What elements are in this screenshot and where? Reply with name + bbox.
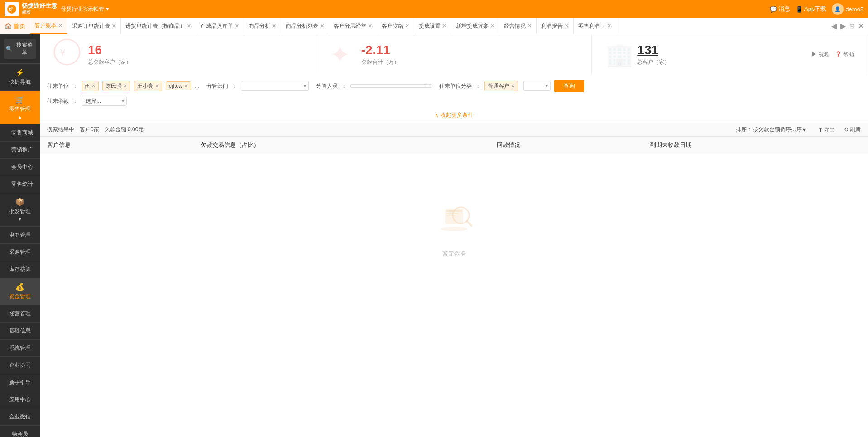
tab-expand-icon[interactable]: ⊞ [848,23,856,29]
video-label: 视频 [819,51,830,57]
dept-select[interactable] [241,81,309,91]
tab-customer-account[interactable]: 客户账本 ✕ [30,18,67,34]
tab-operations[interactable]: 经营情况 ✕ [499,18,537,34]
tab-retail-profit-label: 零售利润（ [578,22,605,30]
sidebar-item-enterprise[interactable]: 企业协同 [0,357,40,374]
filter-tag-normal-customer-close[interactable]: ✕ [511,83,515,89]
sidebar-item-basic-info[interactable]: 基础信息 [0,323,40,340]
tab-retail-profit[interactable]: 零售利润（ ✕ [574,18,616,34]
search-icon: 🔍 [6,46,13,52]
sidebar-item-retail-stats[interactable]: 零售统计 [0,176,40,193]
filter-tag-cjttcw-close[interactable]: ✕ [184,83,188,89]
collapse-button[interactable]: ∧ 收起更多条件 [47,109,861,123]
tab-purchase-order-stats[interactable]: 采购订单统计表 ✕ [67,18,121,34]
help-icon: ❓ [835,51,842,57]
filter-tag-chen-text: 陈民强 [106,82,122,90]
app-download-btn[interactable]: 📱 App下载 [796,5,826,13]
stats-row: ¥ 16 总欠款客户（家） ✦ -2.11 欠款合计（万） 🏢 [40,34,868,75]
sidebar-item-retail[interactable]: 🛒 零售管理 ▲ [0,91,40,124]
tab-home[interactable]: 🏠 首页 [0,18,30,34]
filter-tag-wu-close[interactable]: ✕ [91,83,96,89]
tab-close-all-icon[interactable]: ✕ [857,22,865,30]
tab-profit-report-close[interactable]: ✕ [565,23,569,29]
sidebar-item-retail-mall[interactable]: 零售商城 [0,124,40,142]
tab-product-entry-close[interactable]: ✕ [235,23,239,29]
search-menu-label: 搜索菜单 [14,41,34,57]
tab-customer-segment[interactable]: 客户分层经营 ✕ [329,18,377,34]
logo-icon: 好 [5,2,19,16]
person-input-dots[interactable]: ··· [425,84,429,89]
tab-next-icon[interactable]: ▶ [839,22,847,30]
sidebar-item-app-center[interactable]: 应用中心 [0,391,40,408]
balance-select[interactable]: 选择... [82,96,127,106]
person-input-wrap[interactable]: ··· [350,84,432,88]
sidebar-item-finance[interactable]: 💰 资金管理 [0,278,40,305]
sidebar-item-wholesale[interactable]: 📦 批发管理 ▼ [0,193,40,227]
sidebar-item-quick-nav-label: 快捷导航 [9,78,31,86]
message-icon: 💬 [770,6,777,13]
sidebar-item-wholesale-label: 批发管理 [9,208,31,215]
sidebar-item-member[interactable]: 会员中心 [0,159,40,176]
tab-retail-profit-close[interactable]: ✕ [607,23,611,29]
svg-text:¥: ¥ [60,48,66,57]
sidebar-item-new-guide-label: 新手引导 [9,379,31,386]
stat-credit-amount-body: -2.11 欠款合计（万） [361,43,399,66]
sidebar-item-ecommerce[interactable]: 电商管理 [0,227,40,244]
tab-customer-account-close[interactable]: ✕ [58,23,62,28]
tab-customer-contact-close[interactable]: ✕ [405,23,409,29]
tab-reminder-settings[interactable]: 提成设置 ✕ [414,18,451,34]
video-btn[interactable]: ▶ 视频 [811,51,829,58]
tab-incoming-stats-close[interactable]: ✕ [187,23,191,29]
sidebar-item-vip-member[interactable]: 畅会员 [0,426,40,437]
account-dropdown[interactable]: 母婴行业演示帐套 ▾ [61,5,109,13]
user-avatar-area[interactable]: 👤 demo2 [832,3,863,15]
help-label: 帮助 [843,51,854,57]
tab-new-reminder-close[interactable]: ✕ [490,23,494,29]
sidebar-item-marketing[interactable]: 营销推广 [0,142,40,159]
sidebar-item-system-label: 系统管理 [9,344,31,352]
tab-prev-icon[interactable]: ◀ [830,22,838,30]
tab-purchase-order-stats-close[interactable]: ✕ [112,23,116,29]
sidebar-item-system[interactable]: 系统管理 [0,340,40,357]
export-button[interactable]: ⬆ 导出 [818,126,835,133]
unit-class-select[interactable] [523,81,551,91]
filter-tag-wang-close[interactable]: ✕ [155,83,159,89]
sidebar-item-inventory[interactable]: 库存核算 [0,261,40,278]
tab-product-analysis-close[interactable]: ✕ [272,23,276,29]
balance-filter-label: 往来余额 [47,97,69,105]
stat-total-customers: 🏢 131 总客户（家） ▶ 视频 ❓ 帮助 [592,34,868,75]
sidebar-item-purchase[interactable]: 采购管理 [0,244,40,261]
help-btn[interactable]: ❓ 帮助 [835,51,854,58]
unit-filter-label: 往来单位 [47,82,69,90]
query-button[interactable]: 查询 [554,80,584,92]
sidebar-search-area: 🔍 搜索菜单 [0,34,40,64]
tab-reminder-settings-close[interactable]: ✕ [442,23,446,29]
sidebar-item-new-guide[interactable]: 新手引导 [0,374,40,391]
tab-reminder-settings-label: 提成设置 [419,22,441,30]
empty-icon [432,190,477,244]
tab-product-analysis-list[interactable]: 商品分析列表 ✕ [281,18,329,34]
filter-more-units[interactable]: ... [195,83,199,89]
tab-customer-contact[interactable]: 客户联络 ✕ [377,18,414,34]
tab-profit-report[interactable]: 利润报告 ✕ [537,18,574,34]
sidebar-item-enterprise-wechat[interactable]: 企业微信 [0,408,40,426]
sidebar-item-operations-mgmt[interactable]: 经营管理 [0,305,40,323]
filter-tag-chen-close[interactable]: ✕ [123,83,127,89]
sidebar-item-quick-nav[interactable]: ⚡ 快捷导航 [0,64,40,91]
sort-select[interactable]: 排序： 按欠款金额倒序排序 ▾ [736,126,806,133]
refresh-button[interactable]: ↻ 刷新 [844,126,861,133]
tab-incoming-stats[interactable]: 进货单统计表（按商品） ✕ [121,18,196,34]
message-btn[interactable]: 💬 消息 [770,5,790,13]
sidebar-item-finance-label: 资金管理 [9,293,31,300]
tab-customer-segment-close[interactable]: ✕ [368,23,372,29]
search-menu-button[interactable]: 🔍 搜索菜单 [4,39,36,59]
svg-rect-8 [446,215,456,216]
tab-product-analysis-list-close[interactable]: ✕ [320,23,324,29]
tab-product-analysis[interactable]: 商品分析 ✕ [244,18,281,34]
tab-operations-close[interactable]: ✕ [528,23,532,29]
tab-new-reminder[interactable]: 新增提成方案 ✕ [451,18,499,34]
tab-product-entry[interactable]: 产成品入库单 ✕ [196,18,244,34]
unit-class-select-wrap: ▾ [523,81,551,91]
stat-credit-amount: ✦ -2.11 欠款合计（万） [316,34,592,75]
home-icon: 🏠 [5,23,12,29]
